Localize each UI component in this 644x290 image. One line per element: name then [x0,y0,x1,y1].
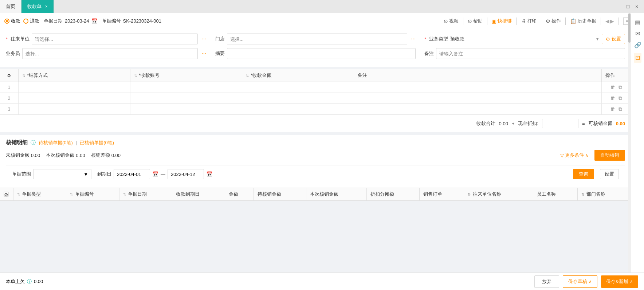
col-ops-header: 操作 [602,69,631,82]
summary-field: 摘要 [215,48,416,59]
calendar-start-icon[interactable]: 📅 [152,171,158,177]
counterpart-more-icon[interactable]: ··· [201,36,206,42]
employee-field: 业务员 ··· [6,48,207,59]
sidebar-mail-icon[interactable]: ✉ [635,30,640,37]
row-delete-icon[interactable]: 🗑 [610,95,615,101]
history-btn[interactable]: 📋 历史单据 [570,18,596,24]
date-end-input[interactable] [168,169,204,179]
shortcut-btn[interactable]: ▣ 快捷键 [492,18,512,24]
bill-date-header: ⇅ 单据日期 [119,188,172,201]
minimize-btn[interactable]: — [616,4,622,9]
employee-input[interactable] [22,48,198,59]
footer-bar: 本单上欠 ⓘ 0.00 放弃 保存草稿 ∧ 保存&新增 ∧ [0,273,644,290]
business-type-select[interactable]: 预收款 ▼ [450,36,600,42]
maximize-btn[interactable]: □ [625,4,631,9]
sidebar-link-icon[interactable]: 🔗 [634,42,641,48]
dept-name-header: ⇅ 部门名称 [578,188,631,201]
row-copy-icon[interactable]: ⧉ [619,84,622,90]
scroll-thumb[interactable] [628,13,631,43]
scroll-track [628,13,631,273]
calendar-end-icon[interactable]: 📅 [206,171,212,177]
date-picker-icon[interactable]: 📅 [91,18,98,24]
sidebar-table-icon[interactable]: ▤ [635,19,640,26]
tab-bar: 首页 收款单 × — □ × [0,0,644,13]
discount-header: 折扣分摊额 [367,188,419,201]
employee-more-icon[interactable]: ··· [201,50,206,57]
radio-refund[interactable]: 退款 [23,18,39,24]
bottom-table-section: ⚙ ⇅ 单据类型 ⇅ 单据编号 ⇅ 单据日期 收款到期日 金额 [0,188,631,201]
abandon-btn[interactable]: 放弃 [534,275,559,288]
print-icon: 🖨 [521,18,526,24]
sidebar-scan-icon[interactable]: ⊡ [634,53,641,63]
bill-type-header: ⇅ 单据类型 [13,188,66,201]
row-delete-icon[interactable]: 🗑 [610,84,615,90]
remark-input[interactable] [436,48,625,59]
more-conditions-btn[interactable]: ▽ 更多条件 ∧ [560,152,589,158]
discount-label: 现金折扣: [518,120,538,127]
right-sidebar: ▤ ✉ 🔗 ⊡ [631,13,644,273]
toolbar: 收款 退款 单据日期 2023-03-24 📅 单据编号 SK-20230324… [0,13,644,29]
operations-icon: ⚙ [546,18,550,24]
col-setting-header[interactable]: ⚙ [0,69,18,82]
date-field: 单据日期 2023-03-24 📅 [44,18,98,24]
section-divider [0,132,631,135]
draft-btn[interactable]: 保存草稿 ∧ [563,275,597,288]
table-row: 3 🗑 ⧉ [0,104,631,115]
nav-arrows: ◀ ▶ [605,18,614,24]
tab-home[interactable]: 首页 [0,0,21,13]
footer-info: 本单上欠 ⓘ 0.00 [6,278,43,285]
query-btn[interactable]: 查询 [573,169,594,179]
business-type-label: 业务类型 [429,36,448,42]
form-section: * 往来单位 ··· 门店 ··· * 业务类型 预收款 ▼ [0,29,631,69]
footer-info-icon[interactable]: ⓘ [27,278,32,285]
table-row: 2 🗑 ⧉ [0,93,631,104]
summary-input[interactable] [227,48,416,59]
row-delete-icon[interactable]: 🗑 [610,106,615,112]
row-copy-icon[interactable]: ⧉ [619,95,622,101]
save-new-btn[interactable]: 保存&新增 ∧ [601,275,638,288]
bill-no-header: ⇅ 单据编号 [66,188,119,201]
range-select[interactable]: ▼ [33,169,91,179]
footer-actions: 放弃 保存草稿 ∧ 保存&新增 ∧ [534,275,638,288]
radio-refund-dot [23,19,28,24]
settings-icon: ⚙ [606,36,610,42]
current-amount-header: 本次核销金额 [306,188,367,201]
radio-receipt[interactable]: 收款 [4,18,20,24]
chevron-up-icon: ∧ [585,153,589,158]
business-type-field: * 业务类型 预收款 ▼ ⚙ 设置 [424,34,625,44]
verify-info-icon[interactable]: ⓘ [31,140,36,146]
verify-settings-btn[interactable]: 设置 [600,169,619,179]
tab-receipt[interactable]: 收款单 × [21,0,54,13]
video-btn[interactable]: ⊙ 视频 [444,18,459,24]
print-btn[interactable]: 🖨 打印 [521,18,537,24]
col-remark-header: 备注 [354,69,602,82]
toolbar-actions: ⊙ 视频 ⊙ 帮助 ▣ 快捷键 🖨 打印 ⚙ 操作 📋 历史单据 ◀ [444,17,640,25]
content-wrapper: * 往来单位 ··· 门店 ··· * 业务类型 预收款 ▼ [0,29,631,201]
col-account-header: ⇅ *收款账号 [130,69,242,82]
date-start-input[interactable] [114,169,150,179]
employee-name-header: 员工名称 [533,188,578,201]
draft-arrow-icon: ∧ [589,279,592,284]
close-btn[interactable]: × [634,4,640,9]
verify-section: 核销明细 ⓘ 待核销单据(0笔) | 已核销单据(0笔) 未核销金额 0.00 … [0,135,631,188]
store-input[interactable] [227,34,407,44]
pending-tab[interactable]: 待核销单据(0笔) [39,140,73,146]
next-arrow[interactable]: ▶ [610,18,614,24]
select-all-checkbox[interactable]: ⚙ [4,192,9,197]
receipt-refund-radio: 收款 退款 [4,18,39,24]
help-btn[interactable]: ⊙ 帮助 [468,18,483,24]
row-copy-icon[interactable]: ⧉ [619,106,622,112]
settings-btn[interactable]: ⚙ 设置 [602,34,625,44]
store-more-icon[interactable]: ··· [411,36,416,42]
tab-close-icon[interactable]: × [45,4,48,9]
col-amount-header: ⇅ *收款金额 [242,69,354,82]
equals-sign: = [582,121,585,126]
prev-arrow[interactable]: ◀ [605,18,609,24]
done-tab[interactable]: 已核销单据(0笔) [80,140,114,146]
counterpart-input[interactable] [32,34,198,44]
operations-btn[interactable]: ⚙ 操作 [546,18,561,24]
form-row-1: * 往来单位 ··· 门店 ··· * 业务类型 预收款 ▼ [6,34,625,44]
discount-input[interactable] [542,119,578,128]
auto-verify-btn[interactable]: 自动核销 [594,150,625,161]
store-label: 门店 [215,36,225,42]
